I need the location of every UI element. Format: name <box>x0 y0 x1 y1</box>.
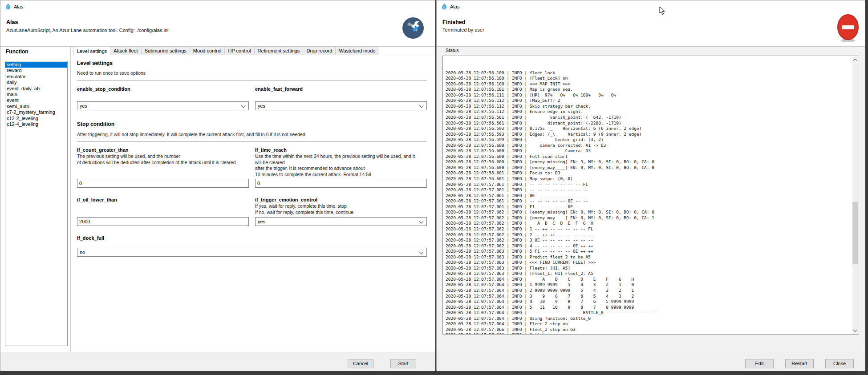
stop-icon <box>836 14 860 43</box>
log-line: 2020-05-28 12:07:57.062 | INFO | [enemy_… <box>446 210 657 215</box>
field-label-if-trigger-emotion-control: if_trigger_emotion_control <box>255 197 317 202</box>
mouse-cursor <box>659 6 665 15</box>
log-line: 2020-05-28 12:07:57.062 | INFO | A B C D… <box>446 221 657 226</box>
log-scrollbar[interactable] <box>852 56 858 334</box>
function-list-item[interactable]: c7-2_mystery_farming <box>5 109 67 115</box>
section-title-stop-condition: Stop condition <box>77 121 114 127</box>
log-line: 2020-05-28 12:07:56.111 | INFO | [HP] 97… <box>446 93 657 98</box>
tab-item[interactable]: Drop record <box>303 47 336 55</box>
restart-button[interactable]: Restart <box>785 359 814 368</box>
selected-value: yes <box>80 103 87 109</box>
log-line: 2020-05-28 12:07:57.063 | INFO | Fleets:… <box>446 266 657 271</box>
log-lines: 2020-05-28 12:07:56.100 | INFO | fleet_l… <box>446 56 657 335</box>
edit-button[interactable]: Edit <box>745 359 774 368</box>
log-line: 2020-05-28 12:07:56.600 | INFO | [enemy_… <box>446 159 657 165</box>
chevron-up-icon <box>853 59 857 62</box>
function-list-item[interactable]: event <box>5 97 67 103</box>
enable-stop-condition-select[interactable]: yes <box>77 101 249 110</box>
chevron-down-icon <box>419 250 424 254</box>
tab-item[interactable]: Submarine settings <box>141 47 190 55</box>
if-trigger-emotion-control-select[interactable]: yes <box>255 217 427 226</box>
log-line: 2020-05-28 12:07:56.601 | INFO | Focus t… <box>446 170 657 176</box>
close-run-button[interactable]: Close <box>825 359 854 368</box>
log-line: 2020-05-28 12:07:57.061 | INFO | -- -- -… <box>446 187 657 193</box>
start-button[interactable]: Start <box>390 359 416 368</box>
log-line: 2020-05-28 12:07:57.064 | INFO | 2 9999 … <box>446 288 657 294</box>
log-line: 2020-05-28 12:07:57.066 | INFO | Fleet_2… <box>446 327 657 333</box>
if-count-greater-than-input[interactable] <box>77 179 249 188</box>
scroll-down-button[interactable] <box>852 327 858 334</box>
log-line: 2020-05-28 12:07:56.112 | INFO | Ensure … <box>446 109 657 115</box>
function-list-item[interactable]: c12-4_leveling <box>5 121 67 127</box>
titlebar[interactable]: Alas <box>437 0 865 13</box>
section-subtitle: Need to run once to save options <box>77 70 146 76</box>
function-list-item[interactable]: main <box>5 92 67 97</box>
tab-item[interactable]: Wasteland mode <box>335 47 379 55</box>
field-help-text: The previous setting will be used, and t… <box>77 153 251 165</box>
if-time-reach-input[interactable] <box>255 179 427 188</box>
tab-item[interactable]: Mood control <box>190 47 225 55</box>
log-line: 2020-05-28 12:07:57.061 | INFO | F1 -- -… <box>446 204 657 210</box>
function-list-item[interactable]: daily <box>5 80 67 85</box>
log-line: 2020-05-28 12:07:57.064 | INFO | 3 9 8 7… <box>446 294 657 299</box>
scrollbar-thumb[interactable] <box>852 202 858 264</box>
log-line: 2020-05-28 12:07:57.064 | INFO | 1 9999 … <box>446 282 657 288</box>
log-line: 2020-05-28 12:07:57.061 | INFO | 0E -- -… <box>446 193 657 199</box>
log-line: 2020-05-28 12:07:57.062 | INFO | [enemy_… <box>446 215 657 221</box>
function-list-item[interactable]: event_daily_ab <box>5 86 67 92</box>
alas-log-window: Alas Finished Terminated by user Status … <box>436 0 865 371</box>
field-label-enable-fast-forward: enable_fast_forward <box>255 86 303 92</box>
log-line: 2020-05-28 12:07:57.062 | INFO | 3 0E --… <box>446 238 657 243</box>
function-list-item[interactable]: c12-2_leveling <box>5 116 67 121</box>
tab-item[interactable]: Retirement settings <box>254 47 304 55</box>
field-label-enable-stop-condition: enable_stop_condition <box>77 86 130 92</box>
section-title-level-settings: Level settings <box>77 60 113 66</box>
log-line: 2020-05-28 12:07:57.061 | INFO | -- -- -… <box>446 198 657 204</box>
function-list-item[interactable]: reward <box>5 68 67 73</box>
cancel-button[interactable]: Cancel <box>348 359 373 368</box>
chevron-down-icon <box>853 328 857 332</box>
scroll-up-button[interactable] <box>852 56 858 63</box>
field-help-text: Use the time within the next 24 hours, t… <box>255 153 430 177</box>
log-line: 2020-05-28 12:07:56.593 | INFO | 0.175s … <box>446 126 657 132</box>
log-line: 2020-05-28 12:07:57.064 | INFO | 5 11 10… <box>446 305 657 310</box>
log-line: 2020-05-28 12:07:57.066 | INFO | Switch … <box>446 332 657 335</box>
divider <box>77 80 427 81</box>
log-line: 2020-05-28 12:07:56.601 | INFO | Map swi… <box>446 176 657 182</box>
selected-value: no <box>80 250 85 255</box>
titlebar[interactable]: Alas <box>0 0 435 13</box>
log-line: 2020-05-28 12:07:56.600 | INFO | Full sc… <box>446 154 657 160</box>
if-dock-full-select[interactable]: no <box>77 248 427 257</box>
log-line: 2020-05-28 12:07:56.600 | INFO | Camera:… <box>446 148 657 154</box>
tools-icon <box>402 17 424 39</box>
if-oil-lower-than-input[interactable] <box>77 217 249 226</box>
function-list-item[interactable]: setting <box>5 62 67 68</box>
log-line: 2020-05-28 12:07:56.100 | INFO | <<< MAP… <box>446 81 657 87</box>
log-line: 2020-05-28 12:07:56.600 | INFO | camera … <box>446 143 657 149</box>
log-line: 2020-05-28 12:07:57.064 | INFO | -------… <box>446 310 657 316</box>
chevron-down-icon <box>419 219 424 224</box>
log-line: 2020-05-28 12:07:57.062 | INFO | 4 -- --… <box>446 243 657 249</box>
log-line: 2020-05-28 12:07:57.064 | INFO | A B C D… <box>446 277 657 282</box>
tab-item[interactable]: Attack fleet <box>110 47 141 55</box>
log-output: 2020-05-28 12:07:56.100 | INFO | fleet_l… <box>442 56 859 335</box>
minimize-button[interactable] <box>865 0 868 13</box>
window-title: Alas <box>14 4 23 9</box>
log-line: 2020-05-28 12:07:57.063 | INFO | Predict… <box>446 254 657 260</box>
tab-item[interactable]: HP control <box>224 47 254 55</box>
section-subtitle: After triggering, it will not stop immed… <box>77 132 307 137</box>
function-list-item[interactable]: semi_auto <box>5 104 67 109</box>
log-line: 2020-05-28 12:07:56.101 | INFO | Map is … <box>446 87 657 93</box>
field-label-if-oil-lower-than: if_oil_lower_than <box>77 197 117 202</box>
divider <box>70 47 71 352</box>
function-listbox[interactable]: settingrewardemulatordailyevent_daily_ab… <box>5 61 68 346</box>
log-line: 2020-05-28 12:07:57.064 | INFO | Using f… <box>446 316 657 322</box>
log-line: 2020-05-28 12:07:56.593 | INFO | Edges: … <box>446 132 657 137</box>
enable-fast-forward-select[interactable]: yes <box>255 101 427 110</box>
log-line: 2020-05-28 12:07:57.063 | INFO | [Fleet_… <box>446 271 657 277</box>
log-line: 2020-05-28 12:07:56.112 | INFO | [Map_bu… <box>446 98 657 104</box>
function-list-item[interactable]: emulator <box>5 74 67 80</box>
tab-item[interactable]: Level settings <box>73 46 110 56</box>
chevron-down-icon <box>241 104 246 108</box>
log-line: 2020-05-28 12:07:56.561 | INFO | distant… <box>446 121 657 126</box>
